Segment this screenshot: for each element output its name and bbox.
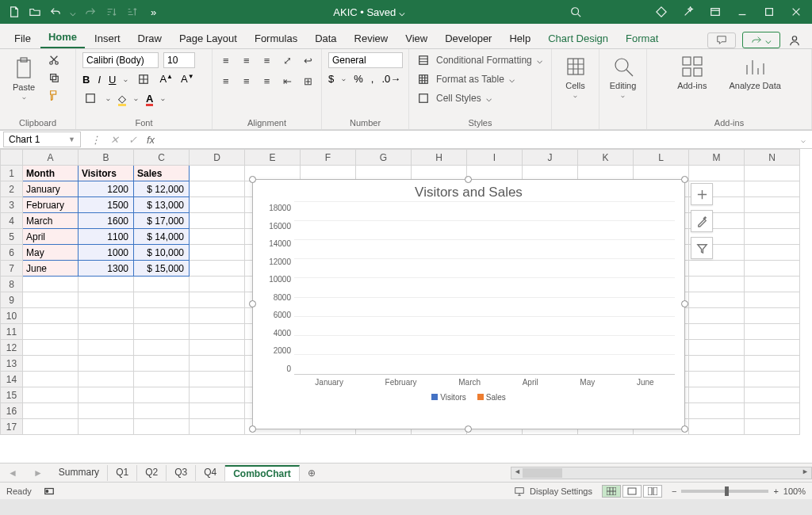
minimize-icon[interactable] <box>736 6 749 18</box>
more-quick-access[interactable]: » <box>146 6 161 18</box>
resize-handle[interactable] <box>465 176 472 183</box>
resize-handle[interactable] <box>681 300 688 307</box>
column-header[interactable]: N <box>745 150 800 166</box>
cell[interactable]: Sales <box>134 166 190 181</box>
cell[interactable]: $ 17,000 <box>134 213 190 229</box>
cell[interactable] <box>745 166 800 181</box>
cell[interactable] <box>745 213 800 229</box>
cell[interactable] <box>689 166 745 181</box>
merge-icon[interactable]: ⊞ <box>301 73 315 89</box>
zoom-level[interactable]: 100% <box>783 486 806 496</box>
orientation-icon[interactable]: ⤢ <box>280 52 294 68</box>
column-header[interactable]: B <box>79 150 134 166</box>
indent-dec-icon[interactable]: ⇤ <box>280 73 294 89</box>
cell[interactable]: 1200 <box>79 181 134 197</box>
cell[interactable] <box>689 403 745 419</box>
cell[interactable] <box>745 387 800 403</box>
chart-filter-button[interactable] <box>691 237 713 259</box>
tab-help[interactable]: Help <box>501 28 538 48</box>
cell[interactable] <box>190 277 245 292</box>
cut-icon[interactable] <box>46 52 62 68</box>
display-settings-button[interactable]: Display Settings <box>514 486 592 497</box>
cell[interactable] <box>689 324 745 340</box>
cell[interactable]: April <box>23 229 79 245</box>
zoom-slider[interactable] <box>681 490 768 493</box>
cell[interactable] <box>190 403 245 419</box>
column-header[interactable]: M <box>689 150 745 166</box>
row-header[interactable]: 13 <box>1 356 23 372</box>
cell[interactable] <box>134 403 190 419</box>
conditional-formatting-button[interactable]: Conditional Formatting ⌵ <box>416 52 545 68</box>
cell[interactable] <box>134 277 190 292</box>
cell[interactable] <box>190 340 245 356</box>
editing-button[interactable]: Editing⌵ <box>606 52 640 101</box>
addins-button[interactable]: Add-ins <box>672 52 711 92</box>
cell[interactable] <box>79 419 134 435</box>
share-button[interactable]: ⌵ <box>742 32 780 48</box>
sort-desc-icon[interactable] <box>125 6 138 18</box>
paste-button[interactable]: Paste⌵ <box>6 54 41 102</box>
new-file-icon[interactable] <box>8 6 21 18</box>
resize-handle[interactable] <box>681 176 688 183</box>
cell[interactable] <box>745 403 800 419</box>
cell[interactable] <box>745 340 800 356</box>
font-color-button[interactable]: A <box>146 93 153 105</box>
normal-view-button[interactable] <box>602 485 621 498</box>
search-icon[interactable] <box>569 6 582 18</box>
cell[interactable] <box>190 166 245 181</box>
borders-button[interactable] <box>82 90 98 106</box>
row-header[interactable]: 17 <box>1 419 23 435</box>
resize-handle[interactable] <box>465 425 472 433</box>
tab-data[interactable]: Data <box>307 28 344 48</box>
format-painter-icon[interactable] <box>46 87 62 103</box>
cell[interactable] <box>745 261 800 277</box>
wrap-text-icon[interactable]: ↩ <box>301 52 315 68</box>
cell[interactable]: 1600 <box>79 213 134 229</box>
analyze-data-button[interactable]: Analyze Data <box>724 52 785 92</box>
sheet-tab[interactable]: Q4 <box>196 465 225 481</box>
resize-handle[interactable] <box>249 425 256 433</box>
chart-title[interactable]: Visitors and Sales <box>253 180 684 202</box>
align-top-icon[interactable]: ≡ <box>219 52 233 68</box>
cell[interactable]: 1300 <box>79 261 134 277</box>
cell[interactable] <box>23 277 79 292</box>
font-size-select[interactable] <box>163 52 195 68</box>
row-header[interactable]: 11 <box>1 324 23 340</box>
sheet-tab[interactable]: ComboChart <box>225 465 300 481</box>
comma-icon[interactable]: , <box>371 73 374 85</box>
cell[interactable] <box>689 277 745 292</box>
enter-formula-icon[interactable]: ✓ <box>128 134 137 146</box>
cell[interactable]: June <box>23 261 79 277</box>
cell[interactable] <box>79 356 134 372</box>
cell[interactable] <box>190 308 245 324</box>
cell[interactable] <box>689 340 745 356</box>
tab-insert[interactable]: Insert <box>86 28 128 48</box>
cell[interactable] <box>190 213 245 229</box>
sheet-tab[interactable]: Q1 <box>108 465 137 481</box>
cell[interactable] <box>745 372 800 387</box>
column-header[interactable]: E <box>245 150 301 166</box>
cell[interactable]: January <box>23 181 79 197</box>
chart-object[interactable]: Visitors and Sales 180001600014000120001… <box>252 179 685 429</box>
cell[interactable] <box>79 292 134 308</box>
cell[interactable] <box>23 340 79 356</box>
page-break-view-button[interactable] <box>643 485 662 498</box>
cell[interactable] <box>79 277 134 292</box>
tab-review[interactable]: Review <box>347 28 396 48</box>
tab-format[interactable]: Format <box>618 28 666 48</box>
cell[interactable] <box>134 419 190 435</box>
row-header[interactable]: 10 <box>1 308 23 324</box>
cell[interactable] <box>190 261 245 277</box>
resize-handle[interactable] <box>681 425 688 433</box>
align-mid-icon[interactable]: ≡ <box>239 52 254 68</box>
row-header[interactable]: 5 <box>1 229 23 245</box>
cell[interactable] <box>134 387 190 403</box>
cell[interactable] <box>79 403 134 419</box>
currency-icon[interactable]: $ <box>328 73 334 85</box>
cell[interactable] <box>23 387 79 403</box>
cell[interactable]: March <box>23 213 79 229</box>
add-sheet-button[interactable]: ⊕ <box>300 467 324 479</box>
tab-view[interactable]: View <box>397 28 435 48</box>
font-name-select[interactable] <box>82 52 159 68</box>
horizontal-scrollbar[interactable]: ◄► <box>511 467 812 479</box>
